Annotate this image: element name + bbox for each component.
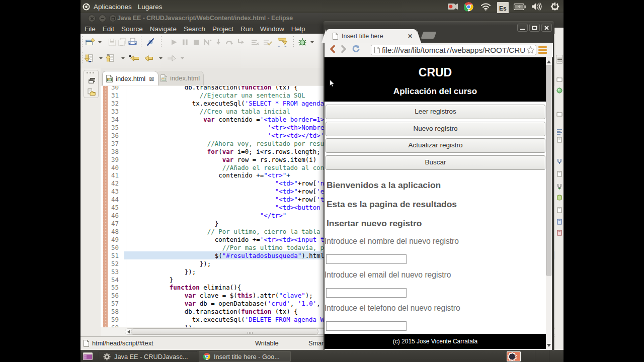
eclipse-close-button[interactable]: [88, 15, 96, 22]
chrome-maximize-button[interactable]: [529, 24, 540, 32]
volume-icon[interactable]: [532, 0, 542, 13]
copy-view-icon[interactable]: [88, 88, 96, 96]
eclipse-menu-help[interactable]: Help: [288, 25, 309, 33]
step-return-icon[interactable]: [236, 36, 245, 49]
url-bar[interactable]: file:///var/lib/tomcat7/webapps/ROOT/CRU: [371, 45, 536, 55]
eclipse-menu-window[interactable]: Window: [257, 25, 288, 33]
dropdown[interactable]: [158, 52, 163, 65]
outline-icon[interactable]: [556, 128, 562, 134]
doc-icon[interactable]: [556, 170, 562, 176]
eclipse-menu-source[interactable]: Source: [118, 25, 146, 33]
help-sphere-icon[interactable]: [556, 86, 562, 93]
next-annotation-icon[interactable]: [106, 52, 114, 65]
line-number: 58: [101, 308, 119, 316]
debug-icon[interactable]: [298, 36, 307, 49]
eclipse-menu-search[interactable]: Search: [180, 25, 209, 33]
profile-icon[interactable]: [251, 36, 260, 49]
eclipse-minimize-button[interactable]: [99, 15, 106, 22]
save-icon[interactable]: [108, 36, 116, 49]
page-scrollbar[interactable]: [546, 57, 552, 351]
editor-tab-label: index.html: [116, 75, 145, 82]
new-tab-button[interactable]: [421, 32, 436, 39]
doc2-icon[interactable]: [556, 206, 562, 212]
page-button-leer-registros[interactable]: Leer registros: [326, 105, 545, 119]
print-icon[interactable]: [128, 36, 137, 49]
wifi-icon[interactable]: [481, 0, 491, 13]
hamburger-menu-icon[interactable]: [538, 46, 547, 54]
dropdown[interactable]: [98, 36, 102, 49]
doc-blue2-icon[interactable]: [556, 218, 562, 224]
taskbar-item-chrome[interactable]: Insert title here - Goo...: [199, 351, 291, 362]
step-over-icon[interactable]: [225, 36, 234, 49]
eclipse-menu-run[interactable]: Run: [237, 25, 257, 33]
chrome-tab-close-icon[interactable]: ✕: [408, 33, 413, 40]
forward-icon[interactable]: [339, 45, 348, 55]
scroll-up-icon[interactable]: [547, 60, 551, 63]
form-input[interactable]: [326, 321, 407, 331]
dropdown[interactable]: [121, 52, 125, 65]
coverage-icon[interactable]: [263, 36, 272, 49]
taskbar-separator: [549, 350, 549, 362]
chrome-tab[interactable]: Insert title here ✕: [326, 29, 417, 43]
page-button-nuevo-registro[interactable]: Nuevo registro: [326, 122, 545, 136]
tab-close-icon[interactable]: ⊠: [149, 75, 154, 82]
restore-view-icon[interactable]: [89, 78, 95, 83]
page-button-buscar[interactable]: Buscar: [326, 155, 545, 170]
restore-views-icon[interactable]: [556, 55, 563, 64]
step-filters-icon[interactable]: [203, 36, 212, 49]
scroll-left-arrow-icon[interactable]: [127, 330, 130, 334]
eclipse-menu-edit[interactable]: Edit: [99, 25, 118, 33]
db-green-icon[interactable]: [556, 194, 562, 200]
save-all-icon[interactable]: [118, 36, 127, 49]
eclipse-menu-file[interactable]: File: [81, 25, 99, 33]
plug-down-icon[interactable]: [556, 183, 562, 189]
form-input[interactable]: [326, 254, 407, 264]
eclipse-maximize-button[interactable]: [109, 15, 117, 22]
doc-red-icon[interactable]: [556, 229, 562, 235]
last-edit-location-icon[interactable]: [85, 52, 93, 65]
line-number: 56: [101, 292, 119, 300]
chrome-minimize-button[interactable]: [517, 24, 528, 32]
editor-tab-inactive[interactable]: index.html: [157, 71, 204, 85]
new-wizard-icon[interactable]: [86, 36, 95, 49]
battery-icon[interactable]: [514, 0, 526, 13]
eclipse-menu-project[interactable]: Project: [209, 25, 237, 33]
back-icon[interactable]: [329, 45, 337, 55]
bookmark-star-icon[interactable]: [526, 46, 535, 54]
doc-blue-icon[interactable]: [556, 136, 562, 142]
forward-disabled-icon[interactable]: [167, 52, 177, 65]
workspace-switcher-icon[interactable]: [83, 352, 93, 360]
chrome-icon[interactable]: [464, 0, 473, 13]
code-line-33: //Creo una tabla inicial: [200, 108, 290, 116]
chrome-tab-title: Insert title here: [342, 33, 408, 40]
suspend-icon[interactable]: [181, 36, 189, 49]
dropdown[interactable]: [99, 52, 103, 65]
mark-occurrences-icon[interactable]: [146, 36, 155, 49]
editor-tab-active[interactable]: index.html ⊠: [102, 71, 158, 85]
hscrollbar-thumb[interactable]: [131, 328, 318, 335]
eclipse-menu-navigate[interactable]: Navigate: [146, 25, 180, 33]
reload-icon[interactable]: [352, 45, 360, 55]
back-to-star-icon[interactable]: [128, 52, 139, 65]
scroll-down-icon[interactable]: [547, 344, 551, 347]
terminate-icon[interactable]: [192, 36, 200, 49]
flag-icon[interactable]: [556, 110, 562, 116]
chrome-close-button[interactable]: [541, 24, 552, 32]
page-button-actualizar-registro[interactable]: Actualizar registro: [326, 138, 545, 153]
url-text[interactable]: file:///var/lib/tomcat7/webapps/ROOT/CRU: [382, 46, 526, 54]
dropdown[interactable]: [310, 36, 314, 49]
scrollbar-thumb[interactable]: [546, 65, 551, 276]
recorder-tray-icon[interactable]: [507, 351, 521, 362]
resume-icon[interactable]: [170, 36, 178, 49]
session-gear-icon[interactable]: [550, 0, 559, 13]
link-icon[interactable]: [556, 157, 562, 163]
run-last-icon[interactable]: [276, 36, 289, 49]
step-into-icon[interactable]: [214, 36, 222, 49]
taskbar-item-eclipse[interactable]: Java EE - CRUDJavasc...: [99, 351, 197, 362]
plug-icon[interactable]: [556, 75, 562, 81]
back-icon[interactable]: [143, 52, 153, 65]
dropdown-disabled[interactable]: [180, 52, 185, 65]
form-input[interactable]: [326, 288, 407, 298]
line-number: 34: [101, 116, 119, 124]
screen-recorder-icon[interactable]: [448, 0, 458, 13]
